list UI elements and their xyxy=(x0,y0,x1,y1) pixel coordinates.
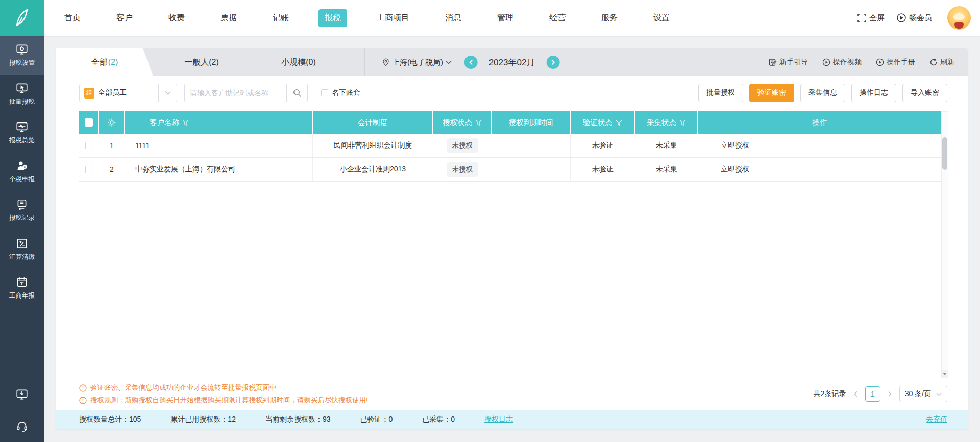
own-books-checkbox[interactable]: 名下账套 xyxy=(321,88,360,97)
fullscreen-button[interactable]: 全屏 xyxy=(857,13,885,23)
region-selector[interactable]: 上海(电子税局) xyxy=(364,48,452,76)
verify-status-cell: 未验证 xyxy=(571,158,635,181)
nav-customers[interactable]: 客户 xyxy=(110,9,139,27)
tab-all[interactable]: 全部(2) xyxy=(56,48,153,76)
vertical-scrollbar[interactable] xyxy=(941,111,948,378)
app-window: 首页 客户 收费 票据 记账 报税 工商项目 消息 管理 经营 服务 设置 全屏 xyxy=(0,0,980,442)
period-navigator: 2023年02月 xyxy=(464,48,560,76)
filter-row: 组 全部员工 xyxy=(79,84,947,102)
sidebar-item-support[interactable] xyxy=(0,410,44,442)
column-customer-name: 客户名称 xyxy=(125,111,313,134)
gear-icon[interactable] xyxy=(107,118,116,127)
select-all-checkbox[interactable] xyxy=(85,118,93,127)
scrollbar-thumb[interactable] xyxy=(942,137,947,170)
row-checkbox[interactable] xyxy=(85,142,92,149)
tab-label: 小规模 xyxy=(281,57,306,68)
beginner-guide-link[interactable]: 新手引导 xyxy=(769,58,808,67)
sidebar-label: 报税记录 xyxy=(9,214,35,223)
funnel-icon[interactable] xyxy=(182,119,189,126)
tab-small-scale[interactable]: 小规模(0) xyxy=(250,48,347,76)
auth-log-link[interactable]: 授权日志 xyxy=(484,415,513,424)
staff-dropdown[interactable]: 组 全部员工 xyxy=(79,84,177,102)
main-area: 全部(2) 一般人(2) 小规模(0) 上海(电子税局) xyxy=(44,36,980,442)
import-password-button[interactable]: 导入账密 xyxy=(902,84,947,102)
nav-bookkeeping[interactable]: 记账 xyxy=(266,9,295,27)
row-checkbox[interactable] xyxy=(85,166,92,173)
stat-verified: 已验证：0 xyxy=(360,415,393,424)
funnel-icon[interactable] xyxy=(475,119,482,126)
nav-messages[interactable]: 消息 xyxy=(439,9,468,27)
search-box xyxy=(184,84,308,102)
nav-invoices[interactable]: 票据 xyxy=(214,9,243,27)
next-month-button[interactable] xyxy=(546,56,559,69)
nav-settings[interactable]: 设置 xyxy=(647,9,676,27)
tutorial-video-link[interactable]: 操作视频 xyxy=(822,58,862,67)
search-input[interactable] xyxy=(184,84,286,102)
nav-home[interactable]: 首页 xyxy=(58,9,87,27)
tax-record-icon xyxy=(15,198,29,211)
current-period[interactable]: 2023年02月 xyxy=(489,57,535,68)
batch-authorize-button[interactable]: 批量授权 xyxy=(698,84,743,102)
sidebar-item-final-settlement[interactable]: 汇算清缴 xyxy=(0,230,44,268)
column-auth-status: 授权状态 xyxy=(433,111,492,134)
nav-billing[interactable]: 收费 xyxy=(162,9,191,27)
member-button[interactable]: 畅会员 xyxy=(897,13,932,23)
notice-line: 授权规则：新购授权自购买日开始根据购买期限计算授权到期时间，请购买后尽快授权使用… xyxy=(79,396,368,405)
prev-month-button[interactable] xyxy=(464,56,478,69)
app-logo[interactable] xyxy=(0,0,44,36)
play-circle-icon xyxy=(876,58,884,66)
customer-table: 客户名称 会计制度 授权状态 xyxy=(79,111,941,378)
search-button[interactable] xyxy=(286,84,308,102)
nav-operations[interactable]: 经营 xyxy=(543,9,572,27)
checkbox[interactable] xyxy=(321,89,328,96)
funnel-icon[interactable] xyxy=(679,119,686,126)
link-label: 新手引导 xyxy=(779,58,808,67)
sidebar-item-annual-report[interactable]: 工商年报 xyxy=(0,268,44,307)
link-label: 刷新 xyxy=(940,58,954,67)
next-page-button[interactable] xyxy=(888,391,892,397)
verify-password-button[interactable]: 验证账密 xyxy=(749,84,794,102)
sidebar-item-personal-tax[interactable]: 个税申报 xyxy=(0,152,44,191)
collect-info-button[interactable]: 采集信息 xyxy=(800,84,845,102)
authorize-now-link[interactable]: 立即授权 xyxy=(721,141,749,150)
tab-label: 一般人 xyxy=(184,57,209,68)
pagination: 共2条记录 1 30 条/页 xyxy=(814,386,947,402)
refresh-link[interactable]: 刷新 xyxy=(929,58,954,67)
sidebar: 报税设置 批量报税 报税总览 个税申报 xyxy=(0,36,44,442)
content-card: 全部(2) 一般人(2) 小规模(0) 上海(电子税局) xyxy=(56,48,968,429)
page-number-button[interactable]: 1 xyxy=(865,386,880,402)
sidebar-item-download-client[interactable] xyxy=(0,379,44,410)
chevron-down-icon xyxy=(446,60,452,64)
nav-tax-filing[interactable]: 报税 xyxy=(318,9,347,27)
nav-management[interactable]: 管理 xyxy=(491,9,520,27)
tab-general-taxpayer[interactable]: 一般人(2) xyxy=(153,48,250,76)
monitor-gear-icon xyxy=(15,43,29,56)
prev-page-button[interactable] xyxy=(853,391,858,397)
sidebar-item-tax-records[interactable]: 报税记录 xyxy=(0,191,44,230)
sidebar-item-batch-tax[interactable]: 批量报税 xyxy=(0,75,44,113)
column-label: 验证状态 xyxy=(583,118,612,128)
sidebar-item-tax-overview[interactable]: 报税总览 xyxy=(0,113,44,152)
operation-manual-link[interactable]: 操作手册 xyxy=(876,58,915,67)
recharge-link[interactable]: 去充值 xyxy=(926,415,947,424)
stats-bar: 授权数量总计：105 累计已用授权数：12 当前剩余授权数：93 已验证：0 已… xyxy=(56,410,968,429)
page-size-select[interactable]: 30 条/页 xyxy=(899,386,947,402)
nav-business-projects[interactable]: 工商项目 xyxy=(371,9,415,27)
fullscreen-label: 全屏 xyxy=(869,13,885,23)
table-header: 客户名称 会计制度 授权状态 xyxy=(79,111,941,134)
tab-strip: 全部(2) 一般人(2) 小规模(0) 上海(电子税局) xyxy=(56,48,968,76)
top-right-tools: 全屏 畅会员 xyxy=(857,6,980,30)
authorize-now-link[interactable]: 立即授权 xyxy=(721,165,749,174)
nav-services[interactable]: 服务 xyxy=(595,9,624,27)
sidebar-item-tax-settings[interactable]: 报税设置 xyxy=(0,36,44,75)
funnel-icon[interactable] xyxy=(616,119,622,126)
own-books-label: 名下账套 xyxy=(332,88,360,97)
customer-name-cell: 1111 xyxy=(125,134,313,157)
person-yuan-icon xyxy=(15,159,29,173)
scroll-down-button[interactable] xyxy=(942,370,948,378)
operation-log-button[interactable]: 操作日志 xyxy=(851,84,896,102)
refresh-icon xyxy=(929,58,938,66)
monkey-avatar[interactable] xyxy=(947,6,971,30)
leaf-icon xyxy=(13,8,31,28)
calendar-icon xyxy=(15,276,29,289)
